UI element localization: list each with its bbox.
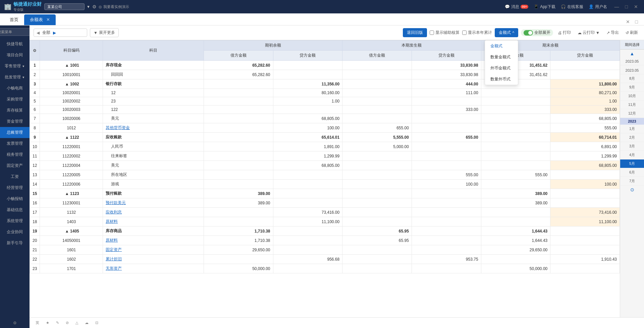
- bottom-cloud-btn[interactable]: ☁: [83, 320, 91, 326]
- account-link[interactable]: 应收利息: [106, 210, 122, 214]
- maximize-btn[interactable]: □: [623, 3, 630, 10]
- sidebar-item-tax[interactable]: 税务管理: [0, 149, 30, 160]
- bottom-star-btn[interactable]: ★: [44, 320, 51, 326]
- sidebar-item-wholesale[interactable]: 批发管理 ▼: [0, 72, 30, 83]
- period-month-6月[interactable]: 6月: [620, 168, 644, 177]
- show-aux-checkbox[interactable]: [430, 30, 434, 35]
- bottom-edit-btn[interactable]: ✎: [54, 320, 61, 326]
- mode-option-qty-foreign[interactable]: 数量外币式: [485, 74, 518, 85]
- sidebar-settings-btn[interactable]: ⚙: [0, 318, 30, 328]
- sidebar-item-guide[interactable]: 新手引导: [0, 238, 30, 249]
- row-name[interactable]: 原材料: [103, 217, 204, 226]
- row-name[interactable]: 回回回: [103, 70, 204, 79]
- sidebar-item-inventory[interactable]: 库存核算: [0, 105, 30, 116]
- th-settings[interactable]: ⚙: [30, 41, 40, 61]
- tab-close-btn[interactable]: ✕: [624, 18, 632, 25]
- bottom-triangle-btn[interactable]: △: [73, 320, 80, 326]
- expand-more-btn[interactable]: ▼ 展开更多: [90, 28, 119, 37]
- row-name[interactable]: 122: [103, 106, 204, 114]
- bottom-circle-btn[interactable]: ⊘: [64, 320, 71, 326]
- row-name[interactable]: 预付账款: [103, 189, 204, 198]
- close-btn[interactable]: ✕: [632, 3, 640, 10]
- row-name[interactable]: 23: [103, 97, 204, 106]
- demo-link[interactable]: ◎ 我要看实例演示: [99, 4, 129, 9]
- cloud-print-btn[interactable]: ☁ 云打印 ▼: [576, 28, 602, 37]
- row-name[interactable]: 预付款美元: [103, 198, 204, 208]
- sidebar-item-collab[interactable]: 企业协同: [0, 226, 30, 238]
- user-menu-btn[interactable]: 👤 用户名: [589, 4, 607, 10]
- message-btn[interactable]: 💬 消息 99+: [505, 4, 528, 10]
- account-link[interactable]: 无形资产: [106, 266, 122, 271]
- sidebar-item-purchase[interactable]: 采购管理: [0, 94, 30, 105]
- row-name[interactable]: 原材料: [103, 236, 204, 245]
- sidebar-item-invoice[interactable]: 发票管理: [0, 138, 30, 149]
- show-ytd-checkbox[interactable]: [462, 30, 467, 35]
- account-link[interactable]: 固定资产: [106, 247, 122, 252]
- row-name[interactable]: 库存现金: [103, 61, 204, 70]
- sidebar-item-expense[interactable]: 小畅报销: [0, 193, 30, 204]
- mode-option-foreign-amount[interactable]: 外币金额式: [485, 63, 518, 74]
- refresh-btn[interactable]: ↺ 刷新: [624, 28, 640, 37]
- tab-balance[interactable]: 余额表 ✕: [24, 14, 56, 25]
- sidebar-item-sysadmin[interactable]: 系统管理: [0, 215, 30, 226]
- online-service-btn[interactable]: 🎧 在线客服: [561, 4, 583, 10]
- row-name[interactable]: 银行存款: [103, 79, 204, 89]
- period-month-9月[interactable]: 9月: [620, 83, 644, 92]
- minimize-btn[interactable]: —: [612, 3, 621, 10]
- account-link[interactable]: 原材料: [106, 238, 118, 243]
- tab-home[interactable]: 首页: [4, 14, 24, 25]
- sidebar-item-quicknav[interactable]: 快捷导航: [0, 39, 30, 50]
- sidebar-item-project[interactable]: 项目合同: [0, 50, 30, 61]
- sidebar-item-assets[interactable]: 固定资产: [0, 160, 30, 171]
- row-name[interactable]: 固定资产: [103, 245, 204, 255]
- sidebar-item-finance[interactable]: 资金管理: [0, 116, 30, 127]
- period-month-3月[interactable]: 3月: [620, 142, 644, 151]
- row-name[interactable]: 其他货币资金: [103, 123, 204, 133]
- period-month-10月[interactable]: 10月: [620, 92, 644, 101]
- tab-balance-close-icon[interactable]: ✕: [46, 17, 50, 22]
- mode-option-amount[interactable]: 金额式: [485, 41, 518, 52]
- mode-option-qty-amount[interactable]: 数量金额式: [485, 52, 518, 63]
- row-name[interactable]: 往来标签: [103, 151, 204, 161]
- search-all-box[interactable]: ◀ 全部 ▶: [34, 28, 87, 37]
- row-name[interactable]: 累计折旧: [103, 255, 204, 264]
- row-name[interactable]: 美元: [103, 114, 204, 123]
- row-name[interactable]: 库存商品: [103, 226, 204, 236]
- row-name[interactable]: 12: [103, 89, 204, 97]
- table-container[interactable]: ⚙ 科目编码 科目 期初余额 本期发生额 期末余额 借方金额 贷方金额 借方金额…: [30, 40, 620, 317]
- sidebar-item-retail[interactable]: 零售管理 ▼: [0, 61, 30, 72]
- period-month-11月[interactable]: 11月: [620, 101, 644, 109]
- period-month-5月[interactable]: 5月: [620, 159, 644, 168]
- bottom-lang-btn[interactable]: 英: [34, 320, 41, 326]
- period-2023-05-end[interactable]: 2023.05: [620, 67, 644, 74]
- row-name[interactable]: 美元: [103, 161, 204, 170]
- export-btn[interactable]: ↗ 导出: [604, 28, 621, 37]
- mode-btn[interactable]: 金额式 ^: [495, 28, 518, 37]
- app-download-btn[interactable]: 📱 App下载: [534, 4, 555, 10]
- account-link[interactable]: 预付款美元: [106, 200, 126, 205]
- period-nav-up[interactable]: ▲: [620, 50, 644, 58]
- row-name[interactable]: 所在地区: [103, 170, 204, 180]
- account-link[interactable]: 原材料: [106, 219, 118, 224]
- period-month-1月[interactable]: 1月: [620, 125, 644, 133]
- return-old-version-btn[interactable]: 退回旧版: [403, 28, 427, 37]
- period-2023-05-start[interactable]: 2023.05: [620, 58, 644, 65]
- period-month-12月[interactable]: 12月: [620, 109, 644, 118]
- company-dropdown-btn[interactable]: ▼: [87, 5, 90, 9]
- sidebar-item-payroll[interactable]: 工资: [0, 171, 30, 182]
- company-selector[interactable]: [44, 3, 85, 10]
- account-link[interactable]: 累计折旧: [106, 257, 122, 261]
- period-month-8月[interactable]: 8月: [620, 74, 644, 83]
- row-name[interactable]: 人民币: [103, 142, 204, 151]
- sidebar-item-ledger[interactable]: 总账管理: [0, 127, 30, 138]
- period-expand-icon[interactable]: ⊙: [620, 186, 644, 194]
- row-name[interactable]: 无形资产: [103, 264, 204, 273]
- expand-all-toggle[interactable]: 全部展开: [521, 29, 553, 36]
- account-link[interactable]: 其他货币资金: [106, 125, 130, 130]
- period-month-7月[interactable]: 7月: [620, 177, 644, 186]
- row-name[interactable]: 应收账款: [103, 133, 204, 142]
- period-month-2月[interactable]: 2月: [620, 133, 644, 142]
- row-name[interactable]: 应收利息: [103, 208, 204, 217]
- sidebar-item-operations[interactable]: 经营管理: [0, 182, 30, 193]
- settings-gear-icon[interactable]: ⚙: [92, 4, 97, 9]
